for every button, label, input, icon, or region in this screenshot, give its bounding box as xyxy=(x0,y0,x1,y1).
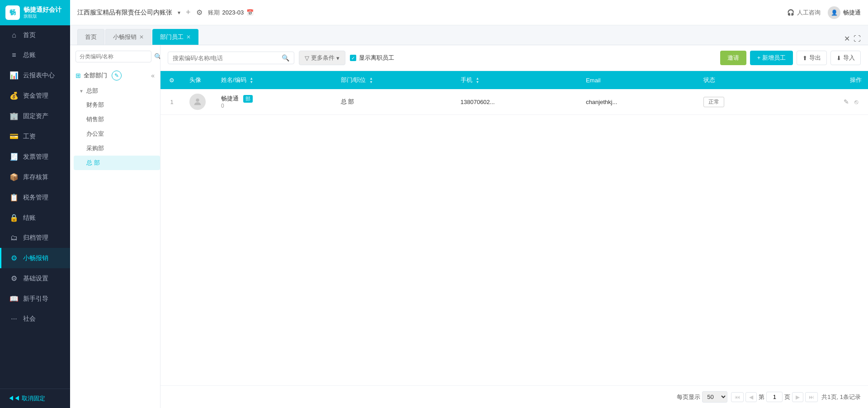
search-input[interactable] xyxy=(173,55,278,62)
sidebar-item-salary[interactable]: 💳 工资 xyxy=(0,126,70,147)
page-input[interactable] xyxy=(766,392,783,402)
topbar-right: 🎧 人工咨询 👤 畅捷通 xyxy=(787,6,861,19)
sidebar-item-expense[interactable]: ⚙ 小畅报销 xyxy=(0,248,70,268)
sidebar-item-reports[interactable]: 📊 云报表中心 xyxy=(0,65,70,85)
col-phone[interactable]: 手机 ▲▼ xyxy=(454,71,580,89)
employee-table: ⚙ 头像 姓名/编码 ▲▼ 部门/职位 ▲▼ xyxy=(160,71,868,115)
headset-icon: 🎧 xyxy=(787,9,794,16)
home-icon: ⌂ xyxy=(9,31,19,39)
prev-page-button[interactable]: ◀ xyxy=(745,392,757,402)
department-panel: 🔍 ⊞ 全部部门 ✎ « ▼ 总部 财务部 销售部 xyxy=(70,45,160,408)
sidebar-item-inventory[interactable]: 📦 库存核算 xyxy=(0,167,70,187)
next-page-button[interactable]: ▶ xyxy=(792,392,803,402)
first-page-button[interactable]: ⏮ xyxy=(731,392,744,402)
more-icon: ··· xyxy=(9,315,19,323)
sidebar-item-close[interactable]: 🔒 结账 xyxy=(0,208,70,228)
dept-collapse-icon[interactable]: « xyxy=(151,72,155,79)
status-badge: 正常 xyxy=(703,97,724,107)
period-value: 2023-03 xyxy=(222,9,244,16)
dept-badge: 部 xyxy=(243,95,253,103)
invite-button[interactable]: 邀请 xyxy=(720,51,746,65)
search-icon[interactable]: 🔍 xyxy=(282,54,289,62)
sidebar-item-guide[interactable]: 📖 新手引导 xyxy=(0,289,70,309)
search-box: 🔍 xyxy=(168,52,294,64)
dept-child-purchase[interactable]: 采购部 xyxy=(74,141,160,156)
cell-dept: 总 部 xyxy=(335,89,454,115)
tab-employees-close[interactable]: ✕ xyxy=(186,34,191,40)
support-button[interactable]: 🎧 人工咨询 xyxy=(787,9,821,17)
expand-icon[interactable]: ⛶ xyxy=(854,35,861,43)
sidebar: 畅 畅捷通好会计 旗舰版 ⌂ 首页 ≡ 总账 📊 云报表中心 💰 资金管理 🏢 … xyxy=(0,0,70,408)
employee-name: 畅捷通 部 xyxy=(221,95,328,103)
show-resigned-checkbox[interactable]: ✓ 显示离职员工 xyxy=(350,54,394,62)
main-area: 江西服宝精品有限责任公司内账张 ▾ + ⚙ 账期 2023-03 📅 🎧 人工咨… xyxy=(70,0,868,408)
col-email: Email xyxy=(580,71,697,89)
tab-expense[interactable]: 小畅报销 ✕ xyxy=(105,29,151,45)
close-account-icon: 🔒 xyxy=(9,213,19,222)
sidebar-item-invoice[interactable]: 🧾 发票管理 xyxy=(0,147,70,167)
expense-icon: ⚙ xyxy=(9,254,19,262)
inventory-icon: 📦 xyxy=(9,173,19,181)
dept-search-icon[interactable]: 🔍 xyxy=(154,53,160,60)
col-settings[interactable]: ⚙ xyxy=(160,71,183,89)
filter-icon: ▽ xyxy=(305,55,309,62)
col-name-code[interactable]: 姓名/编码 ▲▼ xyxy=(215,71,335,89)
more-filter-button[interactable]: ▽ 更多条件 ▾ xyxy=(299,51,345,65)
dept-child-office[interactable]: 办公室 xyxy=(74,127,160,141)
company-dropdown-icon[interactable]: ▾ xyxy=(178,9,180,16)
dept-group-root[interactable]: ▼ 总部 xyxy=(74,84,160,98)
company-name: 江西服宝精品有限责任公司内账张 xyxy=(77,9,172,17)
sidebar-item-ledger[interactable]: ≡ 总账 xyxy=(0,45,70,65)
last-page-button[interactable]: ⏭ xyxy=(805,392,818,402)
dept-search-area: 🔍 xyxy=(70,51,160,67)
edit-button[interactable]: ✎ xyxy=(844,98,849,105)
all-departments[interactable]: ⊞ 全部部门 ✎ « xyxy=(70,67,160,84)
page-size-select[interactable]: 10 20 50 100 xyxy=(702,391,727,403)
dept-child-sales[interactable]: 销售部 xyxy=(74,112,160,127)
delete-button[interactable]: ⎋ xyxy=(854,98,858,105)
sidebar-item-home[interactable]: ⌂ 首页 xyxy=(0,25,70,45)
cell-name-code: 畅捷通 部 0 xyxy=(215,89,335,115)
sidebar-item-archive[interactable]: 🗂 归档管理 xyxy=(0,228,70,248)
page-suffix: 页 xyxy=(784,393,790,401)
logo-icon: 畅 xyxy=(5,5,20,20)
cell-index: 1 xyxy=(160,89,183,115)
col-status: 状态 xyxy=(697,71,787,89)
calendar-icon[interactable]: 📅 xyxy=(246,9,254,16)
sidebar-logo: 畅 畅捷通好会计 旗舰版 xyxy=(0,0,70,25)
basic-icon: ⚙ xyxy=(9,274,19,283)
user-menu[interactable]: 👤 畅捷通 xyxy=(828,6,861,19)
assets-icon: 🏢 xyxy=(9,112,19,120)
toolbar-right: 邀请 + 新增员工 ⬆ 导出 ⬇ 导入 xyxy=(720,51,861,65)
tab-expense-close[interactable]: ✕ xyxy=(139,34,144,40)
tab-home[interactable]: 首页 xyxy=(77,29,104,45)
sidebar-item-basic[interactable]: ⚙ 基础设置 xyxy=(0,268,70,289)
col-dept-position[interactable]: 部门/职位 ▲▼ xyxy=(335,71,454,89)
sidebar-item-capital[interactable]: 💰 资金管理 xyxy=(0,85,70,106)
unpin-button[interactable]: ◀◀ 取消固定 xyxy=(0,389,70,408)
cell-status: 正常 xyxy=(697,89,787,115)
settings-icon[interactable]: ⚙ xyxy=(196,8,203,17)
dept-search-input[interactable] xyxy=(75,51,151,62)
sidebar-item-more[interactable]: ··· 社会 xyxy=(0,309,70,329)
close-tab-icon[interactable]: ✕ xyxy=(844,34,850,43)
guide-icon: 📖 xyxy=(9,294,19,303)
dept-child-finance[interactable]: 财务部 xyxy=(74,98,160,112)
dept-edit-button[interactable]: ✎ xyxy=(112,71,122,81)
page-size-selector: 每页显示 10 20 50 100 xyxy=(677,391,727,403)
add-employee-button[interactable]: + 新增员工 xyxy=(750,51,793,65)
sidebar-item-assets[interactable]: 🏢 固定资产 xyxy=(0,106,70,126)
add-company-button[interactable]: + xyxy=(186,8,191,17)
tab-employees[interactable]: 部门员工 ✕ xyxy=(152,29,198,45)
sort-dept-icon: ▲▼ xyxy=(369,77,373,84)
cell-email: chanjethkj... xyxy=(580,89,697,115)
reports-icon: 📊 xyxy=(9,71,19,80)
triangle-icon: ▼ xyxy=(79,89,84,94)
sidebar-item-tax[interactable]: 📋 税务管理 xyxy=(0,187,70,208)
dept-child-general[interactable]: 总 部 xyxy=(74,156,160,170)
topbar: 江西服宝精品有限责任公司内账张 ▾ + ⚙ 账期 2023-03 📅 🎧 人工咨… xyxy=(70,0,868,25)
checkbox-icon: ✓ xyxy=(350,55,356,61)
export-button[interactable]: ⬆ 导出 xyxy=(797,51,827,65)
pagination: 每页显示 10 20 50 100 ⏮ ◀ 第 页 ▶ ⏭ xyxy=(160,385,868,408)
import-button[interactable]: ⬇ 导入 xyxy=(830,51,861,65)
